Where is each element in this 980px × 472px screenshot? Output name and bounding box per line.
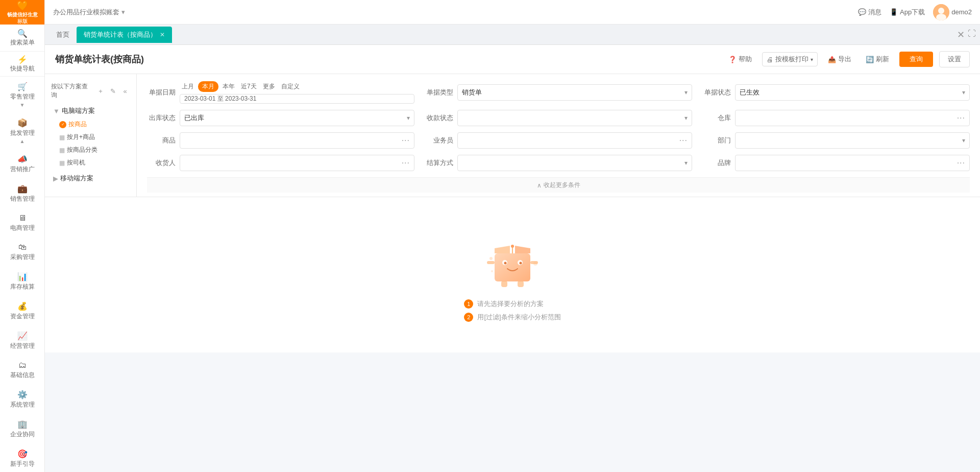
tree-child-by-month-product[interactable]: ▦ 按月+商品 (45, 131, 136, 144)
collapse-sidebar-btn[interactable]: « (120, 86, 130, 96)
sidebar-item-enterprise[interactable]: 🏢 企业协同 (0, 414, 44, 444)
sidebar-label-operations: 经营管理 (10, 342, 35, 350)
sidebar-item-sales[interactable]: 💼 销售管理 (0, 179, 44, 208)
wholesale-icon: 📦 (17, 118, 28, 128)
header-chevron[interactable]: ▾ (121, 8, 125, 16)
sidebar-item-ecommerce[interactable]: 🖥 电商管理 (0, 208, 44, 238)
sidebar-label-finance: 资金管理 (10, 312, 35, 321)
sidebar-item-inventory[interactable]: 📊 库存核算 (0, 267, 44, 296)
tab-window-controls: ✕ ⛶ (957, 29, 976, 40)
page-title: 销货单统计表(按商品) (55, 53, 144, 65)
date-tab-more[interactable]: 更多 (261, 81, 277, 92)
filter-field-salesman: 业务员 ··· (425, 132, 692, 149)
tree-group-desktop[interactable]: ▼ 电脑端方案 (45, 104, 136, 118)
sidebar-item-procurement[interactable]: 🛍 采购管理 (0, 238, 44, 267)
tree-child-by-category[interactable]: ▦ 按商品分类 (45, 144, 136, 156)
main-area: 办公用品行业模拟账套 ▾ 💬 消息 📱 App下载 de (45, 0, 980, 472)
top-header: 办公用品行业模拟账套 ▾ 💬 消息 📱 App下载 de (45, 0, 980, 25)
settings-btn[interactable]: 设置 (939, 51, 970, 67)
user-menu-btn[interactable]: demo2 (933, 4, 972, 20)
sidebar-item-operations[interactable]: 📈 经营管理 (0, 326, 44, 356)
filter-field-outstatus: 出库状态 已出库 ▾ (147, 110, 414, 126)
svg-point-10 (489, 257, 493, 260)
edit-scheme-btn[interactable]: ✎ (108, 86, 118, 96)
sidebar-item-basic[interactable]: 🗂 基础信息 (0, 356, 44, 385)
edit-icon: ✎ (110, 87, 116, 95)
app-name: 畅捷信好生意 (7, 12, 38, 18)
window-maximize-btn[interactable]: ⛶ (968, 29, 976, 40)
tree-group-label-mobile: 移动端方案 (60, 174, 93, 183)
ecommerce-icon: 🖥 (18, 214, 27, 223)
phone-icon: 📱 (890, 8, 898, 16)
svg-rect-14 (530, 261, 538, 264)
date-tab-this-month[interactable]: 本月 (198, 81, 218, 92)
tree-child-icon-grid1: ▦ (59, 134, 65, 141)
tree-group-mobile[interactable]: ▶ 移动端方案 (45, 171, 136, 185)
header-title: 办公用品行业模拟账套 ▾ (53, 8, 125, 17)
query-btn[interactable]: 查询 (899, 52, 933, 67)
tab-home[interactable]: 首页 (49, 27, 77, 43)
filter-sidebar-title: 按以下方案查询 (51, 82, 91, 100)
tab-sales-stat[interactable]: 销货单统计表（按商品） ✕ (77, 27, 172, 43)
sidebar-item-wholesale[interactable]: 📦 批发管理 ▲ (0, 113, 44, 149)
recipient-input[interactable]: ··· (180, 155, 414, 171)
receiptstatus-select[interactable]: ▾ (457, 110, 692, 126)
tip-num-1: 1 (464, 299, 473, 309)
add-scheme-btn[interactable]: + (95, 86, 106, 96)
tip-text-2: 用[过滤]条件来缩小分析范围 (477, 313, 560, 322)
app-subtitle: 标版 (17, 18, 28, 25)
date-tab-this-year[interactable]: 本年 (220, 81, 237, 92)
salesman-input[interactable]: ··· (457, 132, 692, 149)
print-btn[interactable]: 🖨 按模板打印 ▾ (762, 52, 818, 66)
brand-input[interactable]: ··· (735, 155, 970, 171)
export-btn[interactable]: 📤 导出 (824, 53, 855, 66)
enterprise-icon: 🏢 (17, 419, 28, 429)
active-indicator: ✓ (59, 121, 66, 128)
date-range-input[interactable]: 2023-03-01 至 2023-03-31 (180, 94, 414, 104)
outstatus-value: 已出库 (184, 113, 405, 123)
tree-group-icon-mobile: ▶ (53, 175, 58, 182)
help-btn[interactable]: ❓ 帮助 (724, 53, 756, 66)
outstatus-select[interactable]: 已出库 ▾ (180, 110, 414, 126)
sidebar-item-newbie[interactable]: 🎯 新手引导 (0, 444, 44, 472)
tree-child-by-product[interactable]: ✓ 按商品 (45, 118, 136, 131)
svg-point-7 (520, 262, 522, 265)
warehouse-input[interactable]: ··· (735, 110, 970, 126)
filter-field-brand: 品牌 ··· (702, 155, 970, 171)
collapse-more-conditions[interactable]: ∧ 收起更多条件 (147, 177, 970, 193)
tab-close-btn[interactable]: ✕ (160, 31, 165, 38)
docstatus-select[interactable]: 已生效 ▾ (735, 84, 970, 101)
docstatus-label: 单据状态 (702, 88, 731, 97)
date-tab-custom[interactable]: 自定义 (279, 81, 302, 92)
date-tab-7days[interactable]: 近7天 (239, 81, 259, 92)
sidebar-label-ecommerce: 电商管理 (10, 224, 35, 232)
settle-select[interactable]: ▾ (457, 155, 692, 171)
sidebar-item-retail[interactable]: 🛒 零售管理 ▼ (0, 77, 44, 113)
message-btn[interactable]: 💬 消息 (858, 8, 881, 17)
date-tab-last-month[interactable]: 上月 (180, 81, 196, 92)
svg-rect-13 (487, 261, 495, 264)
window-close-btn[interactable]: ✕ (957, 29, 965, 40)
sidebar-label-retail: 零售管理 (10, 92, 35, 101)
quick-nav-item[interactable]: ⚡ 快捷导航 (0, 52, 44, 77)
warehouse-label: 仓库 (702, 113, 731, 123)
doctype-select[interactable]: 销货单 ▾ (457, 84, 692, 101)
avatar (933, 4, 949, 20)
add-icon: + (99, 87, 103, 95)
receiptstatus-label: 收款状态 (425, 113, 453, 123)
dept-select[interactable]: ▾ (735, 132, 970, 149)
finance-icon: 💰 (17, 301, 28, 311)
search-menu-item[interactable]: 🔍 搜索菜单 (0, 25, 44, 52)
filter-section: 按以下方案查询 + ✎ « ▼ (45, 74, 980, 197)
sidebar-item-finance[interactable]: 💰 资金管理 (0, 296, 44, 326)
sidebar-item-marketing[interactable]: 📣 营销推广 (0, 149, 44, 179)
filter-field-date: 单据日期 上月 本月 本年 近7天 更多 自定义 2023- (147, 81, 414, 104)
sidebar-item-system[interactable]: ⚙️ 系统管理 (0, 385, 44, 414)
tree-child-icon-grid2: ▦ (59, 147, 65, 154)
product-input[interactable]: ··· (180, 132, 414, 149)
filter-field-dept: 部门 ▾ (702, 132, 970, 149)
refresh-btn[interactable]: 🔄 刷新 (862, 53, 893, 66)
operations-icon: 📈 (17, 331, 28, 341)
tree-child-by-driver[interactable]: ▦ 按司机 (45, 156, 136, 169)
app-download-btn[interactable]: 📱 App下载 (890, 8, 925, 17)
